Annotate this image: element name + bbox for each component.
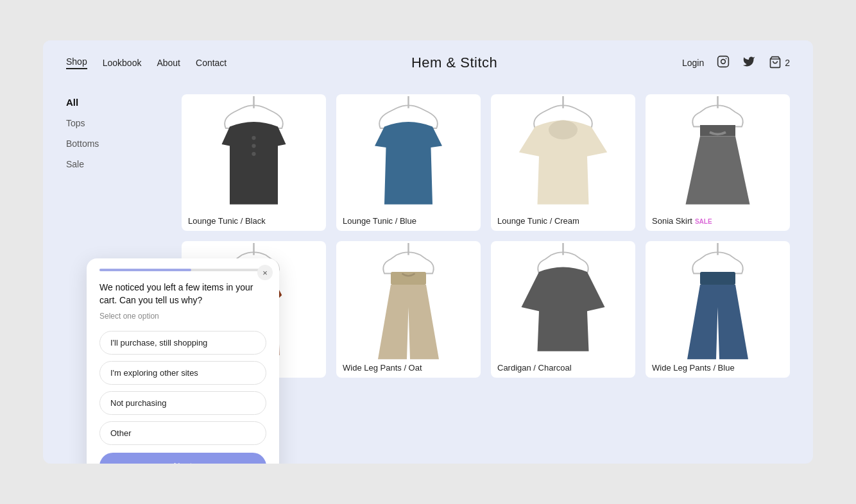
nav-shop[interactable]: Shop — [66, 56, 87, 69]
product-image-5 — [336, 241, 481, 357]
main-window: Shop Lookbook About Contact Hem & Stitch… — [43, 40, 813, 464]
product-card-3[interactable]: Sonia SkirtSALE — [646, 94, 790, 231]
product-card-6[interactable]: Cardigan / Charcoal — [491, 241, 635, 378]
login-button[interactable]: Login — [682, 58, 704, 68]
svg-point-6 — [252, 144, 255, 147]
option-still-shopping[interactable]: I'll purchase, still shopping — [99, 331, 266, 355]
product-image-3 — [646, 94, 790, 210]
cart-button[interactable]: 2 — [768, 56, 790, 71]
sidebar-item-bottoms[interactable]: Bottoms — [66, 139, 182, 149]
product-image-1 — [336, 94, 481, 210]
instagram-button[interactable] — [717, 55, 730, 71]
twitter-icon — [742, 58, 755, 71]
option-not-purchasing[interactable]: Not purchasing — [99, 391, 266, 415]
svg-point-10 — [549, 120, 578, 139]
product-image-2 — [491, 94, 635, 210]
product-card-0[interactable]: Lounge Tunic / Black — [182, 94, 326, 231]
header: Shop Lookbook About Contact Hem & Stitch… — [43, 40, 813, 81]
progress-bar-fill — [99, 269, 191, 271]
progress-bar-track — [99, 269, 266, 271]
svg-point-5 — [252, 135, 255, 139]
close-button[interactable]: × — [257, 265, 273, 280]
svg-point-7 — [252, 151, 255, 155]
sidebar-item-sale[interactable]: Sale — [66, 159, 182, 169]
svg-point-2 — [726, 58, 727, 59]
survey-modal: × We noticed you left a few items in you… — [87, 258, 279, 464]
nav-contact[interactable]: Contact — [196, 58, 227, 68]
progress-bar-container — [87, 258, 279, 271]
svg-rect-0 — [718, 56, 729, 67]
product-card-5[interactable]: Wide Leg Pants / Oat — [336, 241, 481, 378]
cart-count: 2 — [785, 58, 790, 68]
instagram-icon — [717, 58, 730, 71]
nav-about[interactable]: About — [157, 58, 180, 68]
option-other[interactable]: Other — [99, 421, 266, 445]
product-image-6 — [491, 241, 635, 357]
svg-rect-15 — [391, 272, 426, 285]
next-button[interactable]: Next — [99, 453, 266, 464]
svg-point-1 — [721, 59, 726, 63]
survey-body: We noticed you left a few items in your … — [87, 281, 279, 445]
product-image-0 — [182, 94, 326, 210]
nav: Shop Lookbook About Contact — [66, 56, 227, 69]
nav-lookbook[interactable]: Lookbook — [103, 58, 142, 68]
survey-question: We noticed you left a few items in your … — [99, 281, 266, 307]
product-card-1[interactable]: Lounge Tunic / Blue — [336, 94, 481, 231]
sidebar-item-all[interactable]: All — [66, 97, 182, 108]
svg-rect-18 — [700, 272, 735, 285]
product-card-2[interactable]: Lounge Tunic / Cream — [491, 94, 635, 231]
sale-badge: SALE — [695, 218, 712, 225]
option-other-sites[interactable]: I'm exploring other sites — [99, 361, 266, 385]
cart-icon — [768, 56, 782, 71]
survey-subtitle: Select one option — [99, 312, 266, 321]
twitter-button[interactable] — [742, 55, 755, 71]
header-right: Login — [682, 55, 790, 71]
product-image-7 — [646, 241, 790, 357]
close-icon: × — [262, 268, 268, 278]
site-title: Hem & Stitch — [411, 55, 497, 71]
sidebar-item-tops[interactable]: Tops — [66, 118, 182, 128]
product-card-7[interactable]: Wide Leg Pants / Blue — [646, 241, 790, 378]
